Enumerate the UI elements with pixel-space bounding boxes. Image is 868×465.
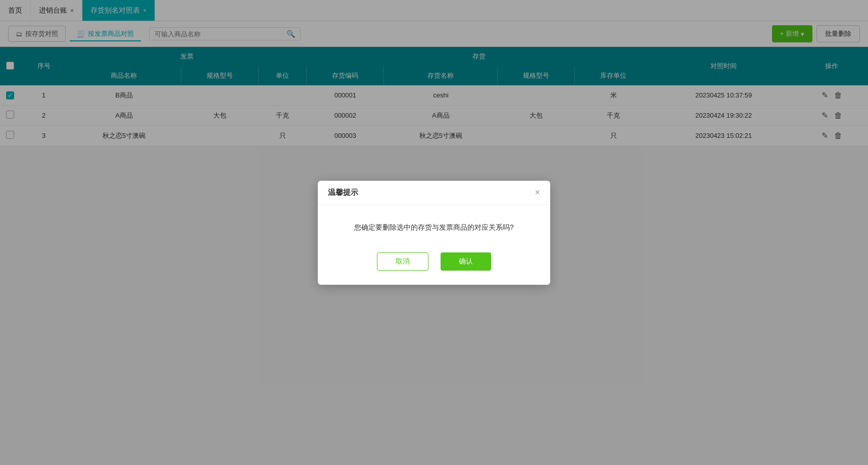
dialog-overlay: 温馨提示 × 您确定要删除选中的存货与发票商品的对应关系吗? 取消 确认 — [0, 0, 868, 146]
